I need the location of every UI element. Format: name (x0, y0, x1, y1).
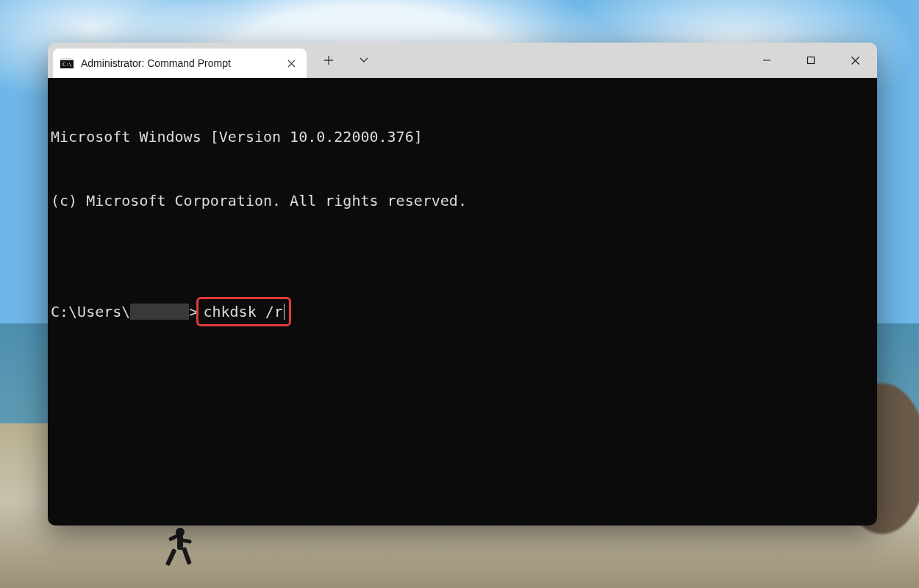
chevron-down-icon (359, 57, 369, 64)
svg-text:C:\: C:\ (62, 62, 72, 68)
desktop-wallpaper: C:\ Administrator: Command Prompt (0, 0, 919, 588)
svg-rect-5 (182, 547, 192, 565)
plus-icon (323, 55, 334, 65)
minimize-button[interactable] (745, 43, 789, 78)
tab-title: Administrator: Command Prompt (81, 57, 276, 69)
maximize-icon (807, 56, 815, 65)
close-icon (287, 60, 296, 68)
tab-command-prompt[interactable]: C:\ Administrator: Command Prompt (53, 49, 307, 78)
svg-rect-1 (177, 535, 183, 550)
window-titlebar[interactable]: C:\ Administrator: Command Prompt (48, 43, 877, 78)
close-window-button[interactable] (833, 43, 877, 78)
maximize-button[interactable] (789, 43, 833, 78)
new-tab-button[interactable] (312, 46, 345, 75)
prompt-path-prefix: C:\Users\ (51, 301, 130, 323)
text-cursor (284, 304, 285, 320)
tab-close-button[interactable] (283, 55, 299, 71)
terminal-output-line: Microsoft Windows [Version 10.0.22000.37… (51, 126, 874, 148)
terminal-output-line: (c) Microsoft Corporation. All rights re… (51, 190, 874, 212)
command-prompt-icon: C:\ (60, 57, 74, 69)
terminal-body[interactable]: Microsoft Windows [Version 10.0.22000.37… (48, 78, 877, 526)
svg-rect-3 (179, 538, 192, 544)
svg-rect-14 (808, 57, 815, 64)
minimize-icon (762, 56, 771, 65)
svg-rect-4 (165, 548, 177, 566)
svg-point-0 (176, 528, 185, 537)
terminal-window: C:\ Administrator: Command Prompt (48, 43, 877, 526)
command-highlight-annotation: chkdsk /r (196, 297, 290, 326)
wallpaper-figure (158, 523, 202, 575)
redacted-username (130, 304, 189, 320)
tab-dropdown-button[interactable] (348, 46, 380, 75)
terminal-prompt-line: C:\Users\>chkdsk /r (51, 297, 874, 326)
svg-rect-7 (60, 58, 74, 60)
close-icon (851, 56, 860, 65)
svg-rect-2 (168, 533, 181, 541)
typed-command: chkdsk /r (203, 301, 282, 323)
